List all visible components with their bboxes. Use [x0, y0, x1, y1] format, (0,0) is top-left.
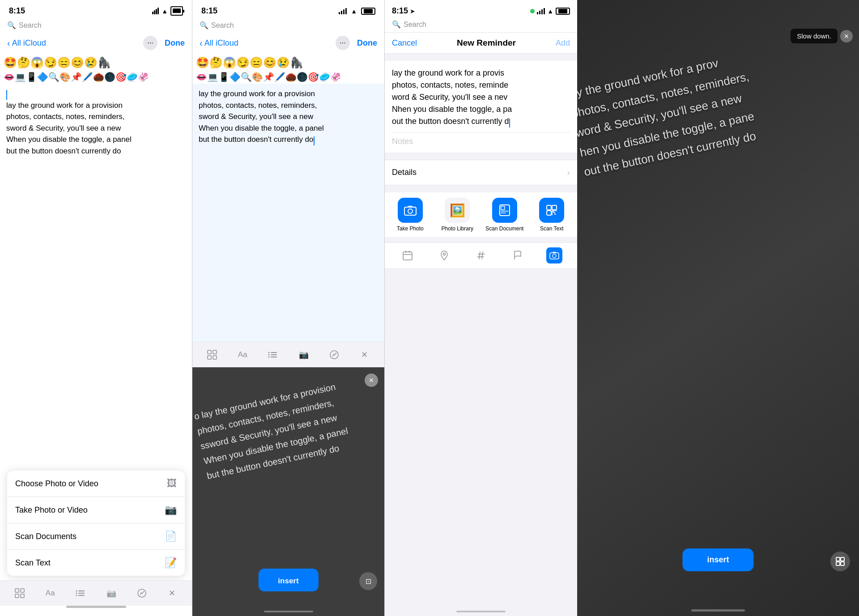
slow-down-area: Slow down. ✕ [791, 29, 853, 43]
camera-active-btn-p3[interactable] [546, 247, 562, 263]
emoji-row1-p1: 🤩🤔😱😏😑😊😢🦍 [0, 55, 192, 70]
status-left-p3: 8:15 ➤ [392, 6, 415, 16]
svg-rect-13 [208, 356, 211, 359]
search-bar-p2[interactable]: 🔍 Search [192, 19, 384, 33]
search-icon-p3: 🔍 [392, 20, 401, 29]
markup-button-p2[interactable] [326, 347, 342, 363]
font-button-p2[interactable]: Aa [234, 347, 251, 363]
notes-placeholder-p3[interactable]: Notes [392, 132, 570, 146]
status-icons-p3: ▲ [530, 8, 570, 15]
search-bar-p1[interactable]: 🔍 Search [0, 19, 192, 33]
cursor-p2 [314, 136, 315, 145]
search-icon-p2: 🔍 [200, 21, 208, 30]
signal-icon-p2 [339, 8, 347, 14]
markup-icon-p2 [330, 350, 339, 359]
note-content-p2[interactable]: lay the ground work for a provisionphoto… [192, 84, 384, 341]
svg-rect-26 [501, 206, 505, 210]
svg-rect-14 [213, 356, 217, 359]
home-indicator-p4 [691, 609, 745, 612]
camera-button-p2[interactable]: 📷 [296, 347, 312, 363]
markup-button-p1[interactable] [134, 585, 150, 601]
location-btn-p3[interactable] [436, 247, 452, 263]
battery-p3 [556, 8, 570, 15]
flag-btn-p3[interactable] [510, 247, 526, 263]
bottom-icon-row-p3 [385, 242, 577, 268]
list-button-p1[interactable] [72, 585, 89, 601]
wifi-p3: ▲ [547, 8, 553, 15]
svg-rect-22 [404, 207, 416, 215]
emoji-row2-p1: 👄💻📱🔷🔍🎨📌🖊️🌰🌑🎯🥏🦑 [0, 70, 192, 84]
take-photo-icon-p3 [398, 198, 423, 223]
home-indicator-p1 [66, 606, 126, 608]
status-bar-p2: 8:15 ▲ [192, 0, 384, 19]
grid-button-p2[interactable] [204, 347, 220, 363]
camera-icon: 📷 [165, 504, 177, 516]
svg-rect-38 [841, 562, 844, 565]
search-bar-p3[interactable]: 🔍 Search [385, 19, 577, 33]
close-tooltip-btn-p4[interactable]: ✕ [840, 30, 853, 42]
take-photo-item[interactable]: Take Photo or Video 📷 [7, 497, 185, 523]
close-button-p2[interactable]: ✕ [357, 347, 373, 363]
back-arrow-icon-p1: ‹ [7, 38, 10, 48]
svg-rect-24 [408, 206, 412, 208]
scan-mode-btn-p4[interactable] [830, 552, 850, 571]
photo-library-btn-p3[interactable]: 🖼️ Photo Library [436, 198, 480, 232]
markup-icon-p1 [137, 589, 146, 598]
details-row-p3[interactable]: Details › [385, 160, 577, 185]
note-content-p1[interactable]: lay the ground work for a provisionphoto… [0, 84, 192, 466]
panel3-reminder: 8:15 ➤ ▲ 🔍 Search Cancel New Reminder Ad… [385, 0, 577, 616]
location-icon-p3: ➤ [410, 8, 415, 15]
font-button-p1[interactable]: Aa [42, 585, 58, 601]
done-button-p2[interactable]: Done [357, 38, 377, 48]
scan-text-item[interactable]: Scan Text 📝 [7, 550, 185, 576]
cancel-button-p3[interactable]: Cancel [392, 38, 417, 48]
done-button-p1[interactable]: Done [165, 38, 185, 48]
back-button-p1[interactable]: ‹ All iCloud [7, 38, 46, 48]
hashtag-btn-p3[interactable] [473, 247, 489, 263]
scan-documents-item[interactable]: Scan Documents 📄 [7, 523, 185, 550]
toolbar-p1: Aa 📷 ✕ [0, 580, 192, 606]
close-button-p1[interactable]: ✕ [164, 585, 180, 601]
scan-mode-icon-p2[interactable]: ⊡ [359, 572, 377, 590]
insert-btn-p2-visible[interactable]: insert [258, 571, 318, 591]
choose-photo-label: Choose Photo or Video [15, 479, 98, 489]
more-button-p2[interactable]: ··· [336, 36, 350, 50]
scan-camera-p2: ✕ o lay the ground work for a provision … [192, 367, 384, 616]
svg-rect-35 [836, 557, 840, 561]
note-text-p2: lay the ground work for a provisionphoto… [199, 89, 324, 144]
svg-rect-9 [78, 595, 85, 596]
status-icons-p1: ▲ [152, 6, 183, 16]
back-button-p2[interactable]: ‹ All iCloud [200, 38, 238, 48]
scan-text-btn-p3[interactable]: Scan Text [530, 198, 574, 232]
photo-gallery-icon: 🖼 [167, 478, 177, 489]
scan-text-label: Scan Text [15, 558, 51, 568]
time-p3: 8:15 [392, 6, 408, 16]
status-bar-p1: 8:15 ▲ [0, 0, 192, 19]
close-scan-p2[interactable]: ✕ [365, 374, 378, 387]
reminder-body-p3[interactable]: lay the ground work for a provis photos,… [385, 61, 577, 153]
calendar-icon-p3[interactable] [400, 247, 416, 263]
scan-doc-label-p3: Scan Document [485, 225, 523, 232]
list-button-p2[interactable] [265, 347, 281, 363]
svg-rect-34 [553, 252, 556, 253]
insert-button-p4[interactable]: insert [682, 548, 753, 571]
panel2-notes-scan: 8:15 ▲ 🔍 Search ‹ All iCloud ··· Done [192, 0, 385, 616]
svg-point-19 [268, 356, 270, 357]
more-button-p1[interactable]: ··· [143, 36, 157, 50]
camera-button-p1[interactable]: 📷 [103, 585, 119, 601]
take-photo-btn-p3[interactable]: Take Photo [388, 198, 432, 232]
choose-photo-item[interactable]: Choose Photo or Video 🖼 [7, 471, 185, 497]
add-button-p3[interactable]: Add [556, 38, 570, 48]
list-icon-p2 [268, 351, 278, 358]
slow-down-tooltip: Slow down. [791, 29, 838, 43]
time-p1: 8:15 [9, 6, 25, 16]
wifi-icon-p1: ▲ [162, 8, 168, 15]
scan-doc-btn-p3[interactable]: Scan Document [483, 198, 527, 232]
svg-rect-30 [403, 252, 412, 260]
grid-button-p1[interactable] [12, 585, 28, 601]
text-cursor-p3 [509, 119, 510, 127]
svg-rect-3 [21, 594, 24, 598]
panel4-camera-scan: 8:15 ➤ ▲ Slow down. ✕ lay the ground wor… [577, 0, 859, 616]
reminder-title-p3: New Reminder [457, 38, 516, 48]
signal-icon-p1 [152, 8, 159, 14]
